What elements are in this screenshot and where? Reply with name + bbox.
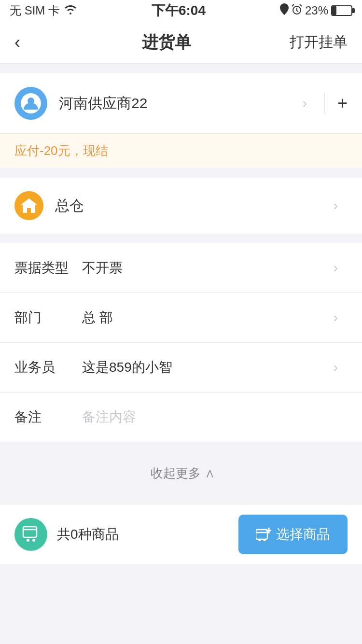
warehouse-row[interactable]: 总仓 ›: [0, 178, 362, 234]
collapse-row[interactable]: 收起更多 ∧: [0, 451, 362, 495]
salesperson-row[interactable]: 业务员 这是859的小智 ›: [0, 343, 362, 392]
section-divider-2: [0, 168, 362, 178]
invoice-type-label: 票据类型: [14, 259, 72, 277]
remark-row[interactable]: 备注 备注内容: [0, 392, 362, 442]
add-supplier-button[interactable]: +: [337, 93, 348, 113]
status-time: 下午6:04: [152, 1, 206, 20]
invoice-type-chevron-icon: ›: [334, 260, 338, 276]
warehouse-chevron-icon: ›: [334, 198, 338, 213]
supplier-chevron-icon: ›: [303, 96, 307, 111]
open-pending-button[interactable]: 打开挂单: [290, 32, 348, 52]
warehouse-icon: [14, 191, 43, 220]
select-product-button[interactable]: 选择商品: [238, 515, 348, 554]
back-button[interactable]: ‹: [14, 32, 43, 53]
supplier-avatar: [14, 87, 47, 120]
page-title: 进货单: [142, 31, 191, 54]
department-value: 总 部: [72, 308, 334, 327]
carrier-text: 无 SIM 卡: [10, 3, 60, 18]
nav-bar: ‹ 进货单 打开挂单: [0, 21, 362, 64]
department-row[interactable]: 部门 总 部 ›: [0, 293, 362, 343]
remark-value[interactable]: 备注内容: [72, 408, 348, 426]
remark-label: 备注: [14, 408, 72, 426]
salesperson-label: 业务员: [14, 358, 72, 377]
department-chevron-icon: ›: [334, 310, 338, 325]
supplier-avatar-inner: [21, 93, 41, 113]
select-product-label: 选择商品: [276, 525, 330, 544]
status-bar: 无 SIM 卡 下午6:04 23%: [0, 0, 362, 21]
svg-rect-5: [23, 527, 37, 537]
product-cart-icon: [14, 518, 47, 551]
supplier-row[interactable]: 河南供应商22 › +: [0, 73, 362, 134]
supplier-name: 河南供应商22: [59, 94, 303, 113]
page-background: [0, 564, 362, 644]
svg-marker-3: [21, 198, 37, 205]
supplier-section: 河南供应商22 › + 应付-20元，现结: [0, 73, 362, 168]
section-divider-1: [0, 64, 362, 73]
wifi-icon: [64, 4, 77, 17]
product-count-left: 共0种商品: [14, 518, 119, 551]
invoice-type-row[interactable]: 票据类型 不开票 ›: [0, 243, 362, 293]
collapse-label: 收起更多 ∧: [151, 465, 215, 482]
svg-rect-4: [27, 208, 31, 213]
info-banner: 应付-20元，现结: [0, 134, 362, 168]
invoice-type-value: 不开票: [72, 259, 334, 277]
battery-percentage: 23%: [305, 4, 328, 17]
status-bar-right: 23%: [280, 3, 352, 18]
product-count-text: 共0种商品: [57, 525, 119, 544]
svg-rect-8: [256, 530, 267, 539]
department-label: 部门: [14, 308, 72, 327]
warehouse-section: 总仓 ›: [0, 178, 362, 234]
bottom-bar: 共0种商品 选择商品: [0, 505, 362, 564]
battery-icon: [331, 5, 352, 16]
alarm-icon: [292, 4, 302, 17]
salesperson-value: 这是859的小智: [72, 358, 334, 377]
status-bar-left: 无 SIM 卡: [10, 3, 77, 18]
location-icon: [280, 3, 289, 18]
supplier-divider: [324, 93, 325, 114]
svg-point-7: [32, 539, 35, 542]
salesperson-chevron-icon: ›: [334, 360, 338, 375]
warehouse-name: 总仓: [55, 196, 334, 216]
form-section: 票据类型 不开票 › 部门 总 部 › 业务员 这是859的小智 › 备注 备注…: [0, 243, 362, 442]
svg-point-6: [27, 539, 29, 542]
